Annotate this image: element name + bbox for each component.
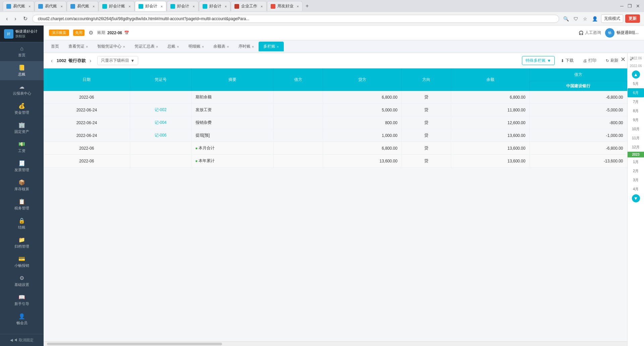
forward-button[interactable]: ›	[12, 14, 18, 23]
month-7[interactable]: 7月	[628, 97, 644, 106]
account-type-badge: 免用	[73, 30, 85, 36]
sidebar-item-invoice[interactable]: 🧾 发票管理	[0, 157, 44, 176]
tab-page-balance[interactable]: 余额表 ×	[209, 42, 233, 51]
cell-voucher-no[interactable]: 记-006	[130, 129, 191, 142]
cell-voucher-no[interactable]: 记-004	[130, 116, 191, 129]
demo-badge[interactable]: 演示账套	[49, 30, 69, 36]
tab-close-8[interactable]: ×	[261, 4, 263, 8]
tab-page-close-voucher[interactable]: ×	[86, 45, 88, 49]
gear-icon[interactable]: ⚙	[89, 30, 93, 36]
sidebar-item-salary[interactable]: 💵 工资	[0, 138, 44, 157]
wuhen-button[interactable]: 无痕模式	[601, 14, 623, 23]
month-2023-2[interactable]: 2月	[628, 166, 644, 176]
unfix-button[interactable]: ◀ ◀ 取消固定	[0, 334, 44, 346]
month-11[interactable]: 11月	[628, 134, 644, 143]
tab-7[interactable]: 好会计 ×	[199, 1, 230, 11]
new-tab-button[interactable]: +	[303, 2, 311, 10]
tab-page-close-smart[interactable]: ×	[123, 45, 125, 49]
sidebar-item-cloud[interactable]: ☁ 云报表中心	[0, 80, 44, 99]
tab-1[interactable]: 易代账 ×	[3, 1, 34, 11]
sidebar-item-archive[interactable]: 📁 归档管理	[0, 233, 44, 252]
month-2023-1[interactable]: 1月	[628, 157, 644, 166]
tab-close-6[interactable]: ×	[193, 4, 195, 8]
star-icon[interactable]: ☆	[582, 15, 589, 23]
tab-page-close-summary[interactable]: ×	[156, 45, 158, 49]
tab-page-smart[interactable]: 智能凭证中心 ×	[93, 42, 129, 51]
tab-5[interactable]: 好会计 ×	[135, 1, 166, 11]
minimize-button[interactable]: ─	[619, 2, 625, 10]
back-button[interactable]: ‹	[4, 14, 10, 23]
tab-close-7[interactable]: ×	[225, 4, 227, 8]
sidebar-item-settings[interactable]: ⚙ 基础设置	[0, 271, 44, 291]
bottom-scrollbar[interactable]	[44, 341, 627, 346]
download-button[interactable]: ⬇ 下载	[557, 56, 577, 65]
tab-page-general[interactable]: 总账 ×	[163, 42, 183, 51]
filter-button[interactable]: 只显示下级科目 ▼	[97, 56, 138, 65]
tab-page-home[interactable]: 首页	[46, 42, 64, 51]
search-icon[interactable]: 🔍	[562, 15, 570, 23]
tab-6[interactable]: 好会计 ×	[167, 1, 198, 11]
cell-voucher-no[interactable]: 记-002	[130, 104, 191, 116]
tab-page-summary[interactable]: 凭证汇总表 ×	[130, 42, 163, 51]
tab-close-2[interactable]: ×	[60, 4, 62, 8]
sidebar-item-tax[interactable]: 📋 税务管理	[0, 195, 44, 214]
reload-button[interactable]: ↻	[21, 14, 30, 23]
service-button[interactable]: 🎧 人工咨询	[579, 30, 601, 36]
tab-page-close-general[interactable]: ×	[177, 45, 179, 49]
shield-icon[interactable]: 🛡	[572, 15, 580, 23]
scroll-up-button[interactable]: ▲	[632, 70, 640, 79]
tab-page-voucher[interactable]: 查看凭证 ×	[64, 42, 93, 51]
tab-page-close-detail[interactable]: ×	[202, 45, 204, 49]
sidebar-item-assets[interactable]: 🏢 固定资产	[0, 118, 44, 138]
voucher-link[interactable]: 记-006	[155, 133, 167, 138]
restore-button[interactable]: ❐	[626, 2, 633, 10]
month-8[interactable]: 8月	[628, 106, 644, 115]
sidebar-item-expense[interactable]: 💳 小畅报销	[0, 252, 44, 271]
refresh-button[interactable]: ↻ 刷新	[602, 56, 622, 65]
sidebar-item-ledger[interactable]: 📒 总账	[0, 61, 44, 80]
tab-close-4[interactable]: ×	[128, 4, 130, 8]
tab-page-detail[interactable]: 明细账 ×	[184, 42, 209, 51]
sidebar-item-home[interactable]: ⌂ 首页	[0, 42, 44, 61]
sidebar-item-member[interactable]: 👤 畅会员	[0, 310, 44, 329]
tab-close-1[interactable]: ×	[29, 4, 31, 8]
tab-8[interactable]: 企业工作 ×	[231, 1, 266, 11]
tab-page-close-multi[interactable]: ×	[277, 45, 279, 49]
tab-2[interactable]: 易代账 ×	[35, 1, 66, 11]
sidebar-item-inventory[interactable]: 📦 库存核算	[0, 176, 44, 195]
voucher-link[interactable]: 记-002	[155, 107, 167, 112]
next-account-button[interactable]: ›	[88, 57, 94, 64]
sidebar-item-guide[interactable]: 📖 新手引导	[0, 291, 44, 310]
tab-page-close-sequence[interactable]: ×	[252, 45, 254, 49]
month-9[interactable]: 9月	[628, 115, 644, 125]
sidebar-item-close[interactable]: 🔒 结账	[0, 214, 44, 233]
close-window-button[interactable]: ✕	[635, 2, 641, 10]
tab-9[interactable]: 用友好业 ×	[267, 1, 303, 11]
month-6[interactable]: 6月	[628, 88, 644, 97]
prev-account-button[interactable]: ‹	[49, 57, 55, 64]
scroll-down-button[interactable]: ▼	[632, 194, 640, 202]
month-10[interactable]: 10月	[628, 125, 644, 134]
url-input[interactable]	[32, 15, 559, 23]
update-button[interactable]: 更新	[625, 14, 640, 23]
tab-close-9[interactable]: ×	[297, 4, 299, 8]
calendar-icon[interactable]: 📅	[124, 31, 129, 35]
month-5[interactable]: 5月	[628, 79, 644, 88]
tab-close-5[interactable]: ×	[161, 4, 163, 8]
tab-3[interactable]: 易代账 ×	[67, 1, 98, 11]
month-2023-4[interactable]: 4月	[628, 185, 644, 194]
voucher-link[interactable]: 记-004	[155, 120, 167, 125]
multi-col-button[interactable]: 特殊多栏账 ▼	[522, 56, 555, 65]
user-area[interactable]: 畅 畅捷通B组...	[605, 28, 639, 38]
month-2023-3[interactable]: 3月	[628, 176, 644, 185]
tab-close-3[interactable]: ×	[93, 4, 95, 8]
month-12[interactable]: 12月	[628, 143, 644, 152]
profile-icon[interactable]: 👤	[591, 15, 599, 23]
sidebar-item-fund[interactable]: 💰 资金管理	[0, 99, 44, 118]
tab-page-sequence[interactable]: 序时账 ×	[234, 42, 259, 51]
tab-page-close-balance[interactable]: ×	[227, 45, 229, 49]
tab-page-multi[interactable]: 多栏账 ×	[259, 42, 283, 51]
print-button[interactable]: 🖨 打印	[580, 56, 600, 65]
tab-4[interactable]: 好会计账 ×	[99, 1, 134, 11]
close-content-button[interactable]: ✕	[621, 56, 626, 63]
